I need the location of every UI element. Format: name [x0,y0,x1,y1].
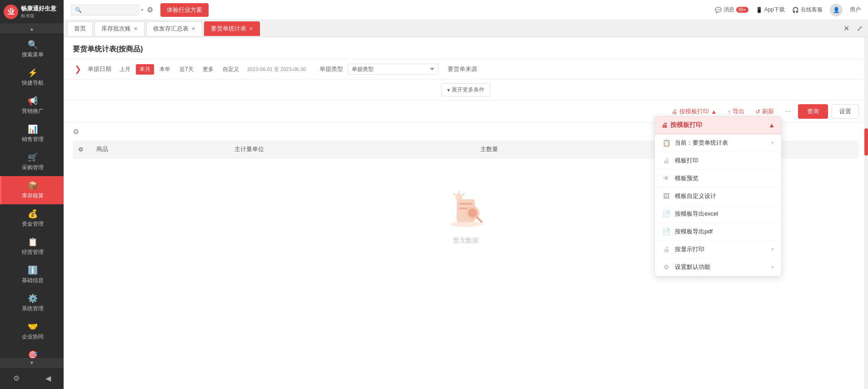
date-btn-current-month[interactable]: 本月 [136,64,154,75]
date-btn-more[interactable]: 更多 [199,64,217,75]
search-box[interactable]: 🔍 [71,5,139,15]
tab-order-stats[interactable]: 要货单统计表 ✕ [204,21,260,36]
system-icon: ⚙️ [28,293,38,303]
tab-collection-summary-label: 收发存汇总表 [153,25,189,33]
scrollbar-thumb[interactable] [864,128,868,156]
tab-order-stats-close[interactable]: ✕ [249,26,253,32]
dropdown-set-default[interactable]: ⚙ 设置默认功能 ▾ [655,258,781,276]
online-service-label: 在线客服 [801,6,823,14]
dropdown-template-preview[interactable]: 👁 模板预览 [655,170,781,187]
tab-batch-accounts[interactable]: 库存批次账 ✕ [95,21,145,36]
col-unit: 主计量单位 [229,141,475,158]
service-icon: 🎧 [792,7,799,13]
sidebar-item-system[interactable]: ⚙️ 系统管理 [0,289,64,317]
quick-nav-icon: ⚡ [28,68,38,78]
sidebar-item-label: 采购管理 [22,164,44,172]
message-icon: 💬 [715,7,722,13]
dropdown-print-icon: 🖨 [661,121,668,129]
dropdown-header-title: 🖨 按模板打印 [661,121,702,129]
type-filter-select[interactable]: 单据类型 [348,64,439,75]
query-btn[interactable]: 查询 [798,104,828,119]
dropdown-display-print-label: 按显示打印 [675,245,767,253]
sidebar-item-inventory[interactable]: 📦 库存核算 [0,176,64,204]
dropdown-display-print[interactable]: 🖨 按显示打印 ▾ [655,241,781,258]
online-service-btn[interactable]: 🎧 在线客服 [792,6,823,14]
svg-point-0 [450,222,482,227]
type-filter-label: 单据类型 [319,65,343,73]
svg-rect-2 [459,203,473,205]
app-download-btn[interactable]: 📱 App下载 [756,6,785,14]
dropdown-export-pdf-label: 按模板导出pdf [675,227,713,236]
export-icon: ↑ [728,108,731,115]
dropdown-template-design-label: 模板自定义设计 [675,192,716,200]
dropdown-set-default-label: 设置默认功能 [675,263,767,271]
tab-collection-summary[interactable]: 收发存汇总表 ✕ [146,21,202,36]
tab-order-stats-label: 要货单统计表 [211,25,246,33]
dropdown-template-design[interactable]: 🖼 模板自定义设计 [655,187,781,205]
sidebar-item-basics[interactable]: ℹ️ 基础信息 [0,261,64,289]
search-input[interactable] [84,7,129,13]
svg-point-5 [468,208,477,217]
dropdown-current-item[interactable]: 📋 当前：要货单统计表 ▾ [655,134,781,152]
username: 用户 [850,6,861,14]
tab-batch-accounts-close[interactable]: ✕ [134,26,138,32]
tab-collection-summary-close[interactable]: ✕ [191,26,195,32]
sidebar-item-search[interactable]: 🔍 搜索菜单 [0,35,64,63]
expand-conditions-btn[interactable]: ▾ 展开更多条件 [441,83,490,96]
table-settings-btn[interactable]: ⚙ [73,127,79,136]
expand-icon: ▾ [447,87,450,93]
date-btn-current-year[interactable]: 本年 [156,64,174,75]
template-print-icon: 🖨 [662,157,670,164]
filter-expand-btn[interactable]: ❯ [73,64,83,74]
settings-bottom-icon[interactable]: ⚙ [10,372,23,384]
sidebar-logo: 业 畅康通好生意 标准版 [0,0,64,24]
tab-close-all-btn[interactable]: ✕ [842,22,851,35]
dropdown-export-pdf[interactable]: 📄 按模板导出pdf [655,223,781,241]
dropdown-collapse-arrow[interactable]: ▲ [768,121,775,129]
collapse-icon[interactable]: ◀ [42,372,55,384]
sidebar-item-purchase[interactable]: 🛒 采购管理 [0,148,64,176]
trial-btn[interactable]: 体验行业方案 [160,3,209,17]
inventory-icon: 📦 [28,181,38,191]
search-dropdown-arrow[interactable]: ▾ [141,7,143,12]
date-btn-last7[interactable]: 近7天 [176,64,197,75]
tab-expand-btn[interactable]: ⤢ [855,22,864,35]
print-arrow-icon: ▲ [711,108,717,115]
sidebar-item-enterprise[interactable]: 🤝 企业协同 [0,317,64,345]
sidebar-item-label: 经营管理 [22,248,44,256]
sidebar-bottom: ⚙ ◀ [0,367,64,389]
tab-home[interactable]: 首页 [67,21,93,36]
sidebar-item-guide[interactable]: 🎯 新手引导 [0,345,64,358]
main-area: 🔍 ▾ ⚙ 体验行业方案 💬 消息 99+ 📱 App下载 🎧 在线客服 👤 用… [64,0,868,389]
avatar[interactable]: 👤 [830,4,843,16]
date-btn-prev-month[interactable]: 上月 [116,64,134,75]
purchase-icon: 🛒 [28,152,38,162]
sidebar-item-quick-nav[interactable]: ⚡ 快捷导航 [0,63,64,91]
search-icon: 🔍 [28,40,38,50]
message-btn[interactable]: 💬 消息 99+ [715,6,748,14]
svg-line-6 [477,217,482,222]
svg-line-10 [463,193,464,195]
svg-point-7 [455,193,463,201]
sidebar-item-marketing[interactable]: 📢 营销推广 [0,91,64,120]
date-btn-custom[interactable]: 自定义 [219,64,243,75]
refresh-btn-label: 刷新 [762,107,774,116]
topbar-settings-icon[interactable]: ⚙ [147,5,153,14]
more-btn[interactable]: ··· [781,106,794,117]
operations-icon: 📋 [28,237,38,247]
app-icon: 📱 [756,7,763,13]
sidebar-scroll-down[interactable]: ▼ [0,358,64,367]
filter-area: ❯ 单据日期 上月 本月 本年 近7天 更多 自定义 2023-06-01 至 … [64,59,868,80]
sidebar-item-finance[interactable]: 💰 资金管理 [0,204,64,232]
sidebar-item-operations[interactable]: 📋 经营管理 [0,232,64,261]
sidebar-scroll-up[interactable]: ▲ [0,24,64,33]
right-scrollbar[interactable] [864,37,868,389]
sidebar-item-label: 快捷导航 [22,79,44,87]
dropdown-export-excel[interactable]: 📄 按模板导出excel [655,205,781,223]
dropdown-template-print[interactable]: 🖨 模板打印 [655,152,781,170]
print-dropdown-panel: 🖨 按模板打印 ▲ 📋 当前：要货单统计表 ▾ 🖨 模板打印 👁 模板预览 [654,116,782,277]
svg-rect-3 [459,207,468,209]
sales-icon: 📊 [28,124,38,134]
sidebar-item-sales[interactable]: 📊 销售管理 [0,120,64,148]
setup-btn[interactable]: 设置 [832,104,859,119]
